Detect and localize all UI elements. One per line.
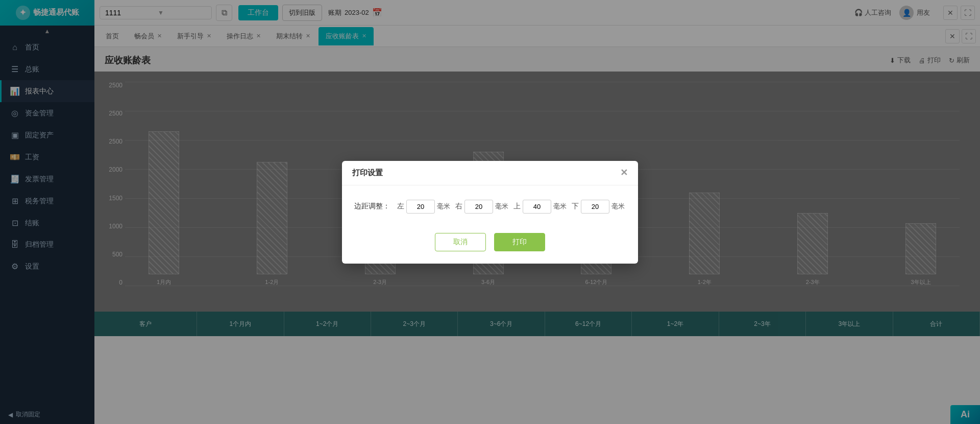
- modal-footer: 取消 打印: [342, 228, 638, 264]
- top-unit: 毫米: [553, 202, 567, 211]
- margin-label: 边距调整：: [354, 202, 390, 211]
- margin-top-input[interactable]: [523, 200, 551, 214]
- confirm-print-button[interactable]: 打印: [494, 233, 545, 251]
- modal-header: 打印设置 ✕: [342, 161, 638, 185]
- right-label: 右: [455, 202, 462, 211]
- margin-left-input[interactable]: [406, 200, 435, 214]
- right-unit: 毫米: [495, 202, 508, 211]
- margin-right-input[interactable]: [464, 200, 493, 214]
- margin-bottom-group: 下 毫米: [572, 200, 625, 214]
- modal-body: 边距调整： 左 毫米 右 毫米 上 毫米 下: [342, 185, 638, 228]
- top-label: 上: [513, 202, 521, 211]
- modal-close-button[interactable]: ✕: [620, 168, 628, 177]
- left-unit: 毫米: [437, 202, 450, 211]
- print-settings-modal: 打印设置 ✕ 边距调整： 左 毫米 右 毫米 上 毫米: [342, 161, 638, 264]
- cancel-button[interactable]: 取消: [435, 233, 486, 251]
- bottom-unit: 毫米: [611, 202, 625, 211]
- bottom-label: 下: [572, 202, 579, 211]
- modal-title: 打印设置: [352, 168, 383, 178]
- margin-left-group: 左 毫米: [397, 200, 450, 214]
- margin-bottom-input[interactable]: [581, 200, 609, 214]
- margin-row: 边距调整： 左 毫米 右 毫米 上 毫米 下: [354, 200, 626, 214]
- left-label: 左: [397, 202, 404, 211]
- modal-overlay: 打印设置 ✕ 边距调整： 左 毫米 右 毫米 上 毫米: [0, 0, 980, 424]
- margin-top-group: 上 毫米: [513, 200, 567, 214]
- margin-right-group: 右 毫米: [455, 200, 508, 214]
